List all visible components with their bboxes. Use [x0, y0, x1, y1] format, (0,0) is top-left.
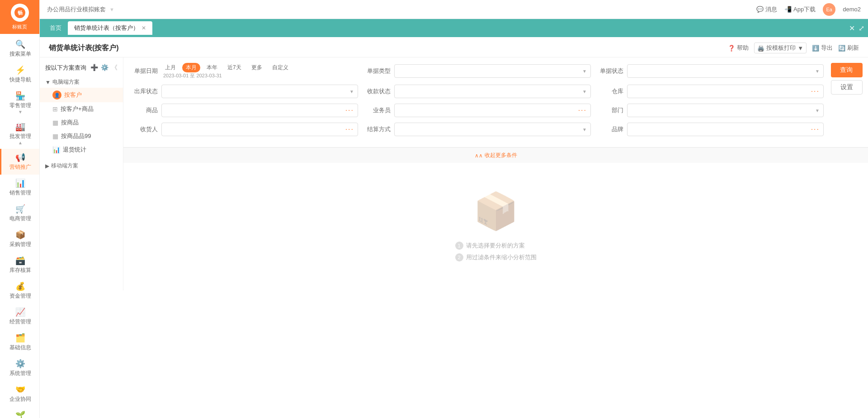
scheme-group-mobile-header[interactable]: ▶ 移动端方案	[40, 160, 123, 171]
scheme-group-desktop: ▼ 电脑端方案 👤 按客户 ⊞ 按客户+商品 ▦	[40, 75, 123, 158]
goods-label: 商品	[131, 106, 158, 114]
sidebar-item-label: 采购管理	[9, 241, 31, 248]
filter-panel: 按以下方案查询 ➕ ⚙️ 《 ▼ 电脑端方案 👤	[40, 57, 123, 290]
settings-button[interactable]: 设置	[831, 80, 863, 95]
sidebar-item-label: 搜索菜单	[9, 50, 31, 58]
window-close-icon[interactable]: ✕	[849, 24, 855, 33]
tab-sales-stats[interactable]: 销货单统计表（按客户） ✕	[68, 21, 152, 35]
header-left: 办公用品行业模拟账套 ▼	[47, 5, 114, 14]
goods-input[interactable]: ···	[161, 104, 358, 117]
sidebar-item-label: 经营管理	[9, 318, 31, 326]
sidebar-item-enterprise[interactable]: 🤝 企业协同	[0, 381, 39, 407]
payment-status-input[interactable]: ▼	[394, 85, 591, 98]
username: demo2	[843, 6, 861, 13]
sidebar-item-label: 企业协同	[9, 395, 31, 403]
sidebar-item-marketing[interactable]: 📢 营销推广	[0, 149, 39, 175]
date-btn-custom[interactable]: 自定义	[269, 63, 292, 72]
export-btn[interactable]: ⬇️ 导出	[812, 44, 833, 52]
system-icon: ⚙️	[15, 359, 25, 369]
right-panel: 单据日期 上月 本月 本年 近7天 更多 自定义	[123, 57, 868, 290]
refresh-icon: 🔄	[838, 45, 845, 52]
breadcrumb-arrow: ▼	[109, 7, 114, 12]
filter-panel-icons: ➕ ⚙️ 《	[90, 64, 118, 72]
salesperson-input[interactable]: ···	[394, 104, 591, 117]
scheme-item-return-stats[interactable]: 📊 退货统计	[40, 143, 123, 157]
sidebar-item-ecommerce[interactable]: 🛒 电商管理	[0, 200, 39, 226]
scheme-item-by-customer[interactable]: 👤 按客户	[40, 88, 123, 102]
date-btn-this-month[interactable]: 本月	[182, 63, 200, 72]
app-download-btn[interactable]: 📲 App下载	[784, 5, 816, 14]
ecommerce-icon: 🛒	[15, 204, 25, 214]
brand-input[interactable]: ···	[627, 123, 824, 136]
sidebar-item-purchase[interactable]: 📦 采购管理	[0, 226, 39, 252]
sidebar-item-system[interactable]: ⚙️ 系统管理	[0, 355, 39, 381]
search-icon: 🔍	[15, 39, 25, 49]
status-input[interactable]: ▼	[627, 64, 824, 78]
out-status-input[interactable]: ▼	[161, 85, 358, 98]
window-expand-icon[interactable]: ⤢	[859, 24, 864, 33]
sidebar-item-quick[interactable]: ⚡ 快捷导航	[0, 62, 39, 87]
scheme-group-arrow: ▶	[45, 163, 49, 169]
dept-label: 部门	[596, 106, 623, 114]
scheme-item-by-goods-99[interactable]: ▦ 按商品品99	[40, 129, 123, 143]
type-dropdown-icon: ▼	[582, 69, 587, 74]
scheme-item-label: 按客户+商品	[61, 105, 94, 113]
filter-row-2: 出库状态 ▼ 收款状态 ▼	[131, 85, 824, 98]
receiver-input[interactable]: ···	[161, 123, 358, 136]
sidebar-item-wholesale[interactable]: 🏭 批发管理 ▲	[0, 118, 39, 149]
help-btn[interactable]: ❓ 帮助	[728, 44, 749, 52]
sidebar-item-search[interactable]: 🔍 搜索菜单	[0, 36, 39, 62]
date-btn-7days[interactable]: 近7天	[224, 63, 245, 72]
settlement-arrow: ▼	[582, 127, 587, 132]
sales-icon: 📊	[15, 178, 25, 188]
sidebar-item-newbie[interactable]: 🌱 新手引导	[0, 407, 39, 418]
main-area: 办公用品行业模拟账套 ▼ 💬 消息 📲 App下载 Ea demo2 首页 销货…	[40, 0, 868, 418]
date-btn-last-month[interactable]: 上月	[161, 63, 179, 72]
sidebar-item-finance[interactable]: 💰 资金管理	[0, 278, 39, 304]
add-scheme-icon[interactable]: ➕	[90, 64, 98, 72]
hint-text-1: 请先选择要分析的方案	[466, 240, 525, 252]
filter-row-4: 收货人 ··· 结算方式 ▼	[131, 123, 824, 136]
scheme-item-by-customer-goods[interactable]: ⊞ 按客户+商品	[40, 102, 123, 116]
query-button[interactable]: 查询	[831, 63, 863, 77]
sidebar-item-basic[interactable]: 🗂️ 基础信息	[0, 329, 39, 355]
scheme-group-label: 电脑端方案	[52, 78, 80, 86]
date-btn-this-year[interactable]: 本年	[203, 63, 221, 72]
inventory-icon: 🗃️	[15, 256, 25, 266]
sidebar-item-sales[interactable]: 📊 销售管理	[0, 175, 39, 200]
quick-icon: ⚡	[15, 65, 25, 75]
settlement-input[interactable]: ▼	[394, 123, 591, 136]
type-input[interactable]: ▼	[394, 64, 591, 78]
collapse-panel-icon[interactable]: 《	[111, 64, 118, 72]
scheme-item-by-goods[interactable]: ▦ 按商品	[40, 116, 123, 129]
scheme-group-desktop-header[interactable]: ▼ 电脑端方案	[40, 76, 123, 88]
collapse-bar[interactable]: ∧∧ 收起更多条件	[123, 147, 868, 163]
page-title: 销货单统计表(按客户)	[49, 43, 119, 53]
warehouse-input[interactable]: ···	[627, 85, 824, 98]
sidebar-item-inventory[interactable]: 🗃️ 库存核算	[0, 252, 39, 278]
dept-input[interactable]: ▼	[627, 104, 824, 117]
edit-scheme-icon[interactable]: ⚙️	[101, 64, 108, 72]
sidebar-item-label: 快捷导航	[9, 76, 31, 84]
newbie-icon: 🌱	[15, 410, 25, 418]
scheme-item-label: 按客户	[64, 91, 82, 99]
hint-text-2: 用过滤条件来缩小分析范围	[466, 252, 537, 263]
collapse-up-icon: ∧∧	[475, 152, 483, 159]
sidebar-item-retail[interactable]: 🏪 零售管理 ▼	[0, 87, 39, 118]
avatar[interactable]: Ea	[823, 3, 835, 16]
empty-hint-2: 2 用过滤条件来缩小分析范围	[455, 252, 537, 263]
tab-home[interactable]: 首页	[43, 21, 68, 35]
date-btn-more[interactable]: 更多	[248, 63, 266, 72]
dept-arrow: ▼	[815, 108, 820, 113]
status-field: 单据状态 ▼	[596, 64, 824, 78]
warehouse-dots: ···	[811, 87, 820, 95]
sidebar-item-operation[interactable]: 📈 经营管理	[0, 304, 39, 329]
messages-btn[interactable]: 💬 消息	[756, 5, 777, 14]
scheme-icon: ▦	[52, 119, 58, 126]
print-btn[interactable]: 🖨️ 按模板打印 ▼	[754, 43, 807, 53]
tab-close-icon[interactable]: ✕	[142, 25, 146, 31]
payment-arrow: ▼	[582, 89, 587, 94]
goods-field: 商品 ···	[131, 104, 358, 117]
logo-area: 畅 标账页	[0, 0, 39, 34]
refresh-btn[interactable]: 🔄 刷新	[838, 44, 859, 52]
